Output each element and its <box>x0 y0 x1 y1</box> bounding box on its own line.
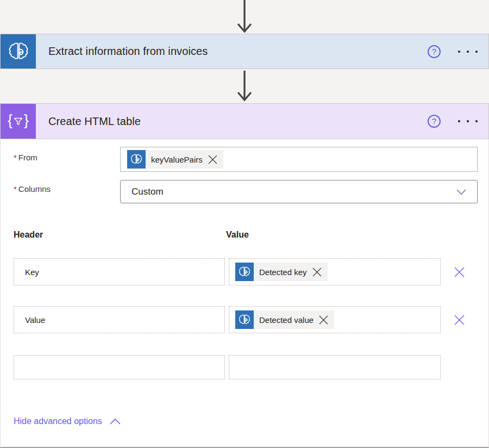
columns-selected-value: Custom <box>131 186 456 197</box>
more-options-button[interactable] <box>456 45 480 58</box>
chevron-up-icon <box>110 419 121 425</box>
required-marker: * <box>14 153 17 162</box>
remove-token-button[interactable] <box>208 154 223 165</box>
value-cell-input[interactable] <box>229 355 441 379</box>
token-detected-value[interactable]: Detected value <box>235 310 334 329</box>
header-cell-input[interactable] <box>14 306 225 333</box>
help-button[interactable]: ? <box>428 115 441 128</box>
header-cell-input[interactable] <box>14 258 225 285</box>
question-mark-icon: ? <box>432 46 436 57</box>
remove-token-button[interactable] <box>312 267 328 277</box>
token-label: Detected value <box>254 315 318 325</box>
ellipsis-icon <box>458 120 460 122</box>
columns-label: *Columns <box>14 184 51 194</box>
close-icon <box>208 154 218 165</box>
arrow-down-icon <box>236 0 253 34</box>
from-label: *From <box>14 153 37 162</box>
columns-dropdown[interactable]: Custom <box>120 180 478 203</box>
action-card-extract-information[interactable]: Extract information from invoices ? <box>0 34 489 69</box>
header-column-label: Header <box>14 230 43 240</box>
close-icon <box>312 267 322 277</box>
value-cell-input[interactable]: Detected value <box>229 306 441 333</box>
arrow-down-icon <box>236 70 253 102</box>
flow-designer-canvas: Extract information from invoices ? { } … <box>0 0 489 448</box>
more-options-button[interactable] <box>456 115 480 128</box>
card-title-extract: Extract information from invoices <box>48 45 208 58</box>
close-icon <box>454 314 465 326</box>
funnel-icon <box>14 117 23 125</box>
token-label: Detected key <box>254 267 312 277</box>
header-cell-input[interactable] <box>14 355 225 379</box>
chevron-down-icon <box>456 189 466 195</box>
close-icon <box>454 266 465 278</box>
token-label: keyValuePairs <box>146 155 208 164</box>
question-mark-icon: ? <box>432 116 436 127</box>
card-title-create-html-table: Create HTML table <box>48 115 141 128</box>
action-card-create-html-table[interactable]: { } Create HTML table ? <box>0 103 489 139</box>
connector-arrow <box>236 70 253 102</box>
ai-builder-icon <box>235 310 254 329</box>
token-detected-key[interactable]: Detected key <box>235 263 328 281</box>
remove-token-button[interactable] <box>318 315 334 325</box>
token-keyvaluepairs[interactable]: keyValuePairs <box>127 150 223 169</box>
help-button[interactable]: ? <box>428 45 441 58</box>
ai-builder-icon <box>127 150 146 169</box>
from-input[interactable]: keyValuePairs <box>120 147 478 172</box>
ellipsis-icon <box>458 51 460 53</box>
required-marker: * <box>14 184 17 194</box>
ai-builder-icon <box>1 34 36 69</box>
delete-row-button[interactable] <box>453 313 466 326</box>
value-column-label: Value <box>226 230 249 240</box>
hide-advanced-options-link[interactable]: Hide advanced options <box>14 416 121 426</box>
create-html-table-form: *From keyValuePairs <box>0 139 489 448</box>
connector-arrow <box>236 0 253 34</box>
ai-builder-icon <box>235 263 254 281</box>
data-operation-icon: { } <box>1 104 36 139</box>
delete-row-button[interactable] <box>453 265 466 278</box>
value-cell-input[interactable]: Detected key <box>229 258 441 285</box>
close-icon <box>318 315 329 325</box>
